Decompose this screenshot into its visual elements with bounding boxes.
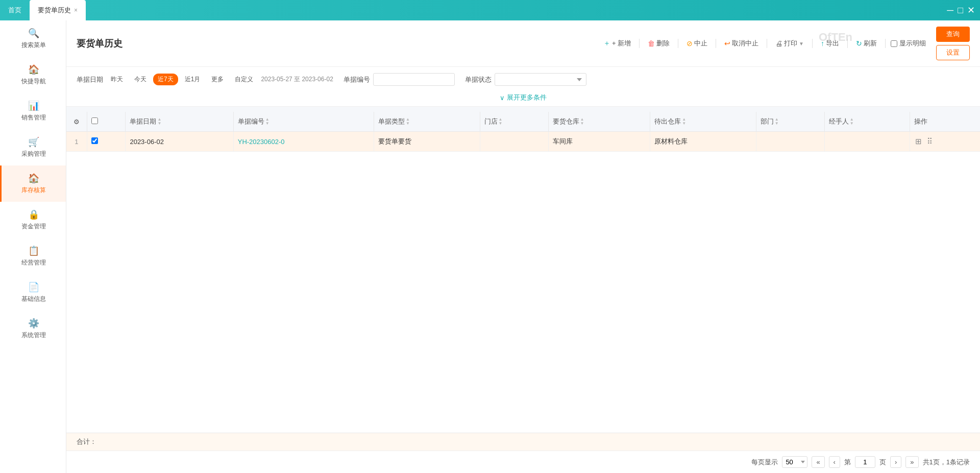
col-store-sort[interactable]: ▲▼ bbox=[499, 117, 503, 126]
sidebar-item-sys-mgmt[interactable]: ⚙️ 系统管理 bbox=[0, 311, 66, 347]
cancel-stop-label: 取消中止 bbox=[732, 39, 758, 48]
col-operation-label: 操作 bbox=[914, 117, 927, 125]
col-handler[interactable]: 经手人 ▲▼ bbox=[824, 112, 910, 132]
col-settings[interactable]: ⚙ bbox=[66, 112, 87, 132]
refresh-button[interactable]: ↻ 刷新 bbox=[853, 37, 880, 50]
table-header-row: ⚙ 单据日期 ▲▼ 单据编号 ▲▼ bbox=[66, 112, 980, 132]
col-req-warehouse-label: 要货仓库 bbox=[553, 117, 579, 126]
stop-button[interactable]: ⊘ 中止 bbox=[683, 37, 710, 50]
row-select-checkbox[interactable] bbox=[91, 137, 98, 144]
prev-page-button[interactable]: ‹ bbox=[829, 456, 840, 468]
export-button[interactable]: ↑ 导出 bbox=[818, 37, 842, 50]
col-pending-warehouse[interactable]: 待出仓库 ▲▼ bbox=[650, 112, 756, 132]
add-icon: ＋ bbox=[603, 39, 610, 48]
sidebar-item-sales-mgmt[interactable]: 📊 销售管理 bbox=[0, 93, 66, 129]
date-btn-today[interactable]: 今天 bbox=[130, 74, 151, 85]
tab-active[interactable]: 要货单历史 × bbox=[30, 0, 86, 20]
col-dept[interactable]: 部门 ▲▼ bbox=[756, 112, 824, 132]
col-doctype-label: 单据类型 bbox=[378, 117, 405, 126]
filter-docno: 单据编号 bbox=[344, 73, 455, 86]
col-checkbox bbox=[87, 112, 126, 132]
add-label: + 新增 bbox=[612, 39, 631, 48]
settings-button[interactable]: 设置 bbox=[936, 45, 970, 60]
row-doctype: 要货单要货 bbox=[374, 132, 480, 152]
delete-icon: 🗑 bbox=[648, 39, 655, 48]
window-controls: ─ □ ✕ bbox=[947, 5, 980, 16]
add-button[interactable]: ＋ + 新增 bbox=[600, 37, 634, 50]
minimize-icon[interactable]: ─ bbox=[947, 5, 953, 16]
next-page-button[interactable]: › bbox=[890, 456, 901, 468]
sidebar-item-finance-mgmt[interactable]: 🔒 资金管理 bbox=[0, 202, 66, 238]
col-req-warehouse-sort[interactable]: ▲▼ bbox=[580, 117, 584, 126]
sidebar-item-quick-nav[interactable]: 🏠 快捷导航 bbox=[0, 57, 66, 93]
print-button[interactable]: 🖨 打印 ▼ bbox=[772, 37, 807, 50]
tab-home[interactable]: 首页 bbox=[0, 0, 30, 20]
ops-mgmt-icon: 📋 bbox=[28, 245, 39, 256]
col-dept-sort[interactable]: ▲▼ bbox=[775, 117, 779, 126]
page-number-input[interactable] bbox=[855, 456, 875, 468]
row-docno-link[interactable]: YH-20230602-0 bbox=[238, 138, 285, 146]
expand-more-btn[interactable]: ∨ 展开更多条件 bbox=[77, 91, 970, 106]
row-pending-warehouse: 原材料仓库 bbox=[650, 132, 756, 152]
tab-close-icon[interactable]: × bbox=[74, 7, 78, 14]
col-docno-label: 单据编号 bbox=[238, 117, 264, 126]
query-button[interactable]: 查询 bbox=[936, 27, 970, 42]
select-all-checkbox[interactable] bbox=[91, 117, 98, 124]
filter-date-label: 单据日期 bbox=[77, 75, 103, 84]
col-pending-warehouse-sort[interactable]: ▲▼ bbox=[682, 117, 686, 126]
sidebar-item-label-finance: 资金管理 bbox=[21, 222, 46, 231]
first-page-button[interactable]: « bbox=[812, 456, 824, 468]
page-size-select[interactable]: 20 50 100 200 bbox=[782, 456, 807, 468]
col-req-warehouse[interactable]: 要货仓库 ▲▼ bbox=[548, 112, 650, 132]
sidebar: 🔍 搜索菜单 🏠 快捷导航 📊 销售管理 🛒 采购管理 🏠 库存核算 🔒 资金管… bbox=[0, 20, 66, 473]
filter-status-select[interactable] bbox=[495, 73, 586, 86]
filter-status-label: 单据状态 bbox=[465, 75, 492, 84]
last-page-button[interactable]: » bbox=[905, 456, 918, 468]
delete-button[interactable]: 🗑 删除 bbox=[645, 37, 673, 50]
top-nav: 首页 要货单历史 × ─ □ ✕ bbox=[0, 0, 980, 20]
toolbar: ＋ + 新增 🗑 删除 ⊘ 中止 ↩ 取消中止 bbox=[600, 27, 970, 60]
delete-label: 删除 bbox=[656, 39, 670, 48]
col-docno[interactable]: 单据编号 ▲▼ bbox=[233, 112, 374, 132]
row-store bbox=[480, 132, 548, 152]
sidebar-item-label-sys: 系统管理 bbox=[21, 331, 46, 340]
sidebar-item-basic-info[interactable]: 📄 基础信息 bbox=[0, 274, 66, 311]
tab-home-label: 首页 bbox=[8, 6, 21, 15]
sales-mgmt-icon: 📊 bbox=[28, 100, 39, 111]
col-doctype[interactable]: 单据类型 ▲▼ bbox=[374, 112, 480, 132]
close-window-icon[interactable]: ✕ bbox=[967, 5, 975, 16]
sidebar-item-purchase-mgmt[interactable]: 🛒 采购管理 bbox=[0, 129, 66, 165]
row-more-icon[interactable]: ⠿ bbox=[926, 136, 934, 147]
row-edit-icon[interactable]: ⊞ bbox=[914, 136, 923, 147]
page-title: 要货单历史 bbox=[77, 37, 600, 50]
col-date-sort[interactable]: ▲▼ bbox=[157, 117, 161, 126]
sys-mgmt-icon: ⚙️ bbox=[28, 318, 39, 329]
col-docno-sort[interactable]: ▲▼ bbox=[265, 117, 270, 126]
filter-docno-input[interactable] bbox=[373, 73, 455, 86]
print-dropdown-icon[interactable]: ▼ bbox=[799, 41, 804, 46]
refresh-icon: ↻ bbox=[856, 39, 862, 48]
maximize-icon[interactable]: □ bbox=[958, 5, 963, 16]
summary-label: 合计： bbox=[77, 437, 96, 446]
col-store[interactable]: 门店 ▲▼ bbox=[480, 112, 548, 132]
date-btn-more[interactable]: 更多 bbox=[207, 74, 228, 85]
table-row[interactable]: 1 2023-06-02 YH-20230602-0 要货单要货 车间库 原材料… bbox=[66, 132, 980, 152]
col-doctype-sort[interactable]: ▲▼ bbox=[406, 117, 410, 126]
search-menu-icon: 🔍 bbox=[28, 28, 39, 39]
show-detail-check[interactable] bbox=[891, 40, 897, 47]
date-btn-yesterday[interactable]: 昨天 bbox=[106, 74, 128, 85]
sidebar-item-ops-mgmt[interactable]: 📋 经营管理 bbox=[0, 238, 66, 274]
sidebar-item-search-menu[interactable]: 🔍 搜索菜单 bbox=[0, 20, 66, 57]
col-handler-sort[interactable]: ▲▼ bbox=[850, 117, 854, 126]
date-btn-1month[interactable]: 近1月 bbox=[180, 74, 205, 85]
date-btn-custom[interactable]: 自定义 bbox=[230, 74, 258, 85]
date-btn-7days[interactable]: 近7天 bbox=[153, 74, 178, 85]
col-date[interactable]: 单据日期 ▲▼ bbox=[126, 112, 233, 132]
total-info: 共1页，1条记录 bbox=[923, 458, 970, 467]
show-detail-checkbox[interactable]: 显示明细 bbox=[891, 39, 926, 48]
pagination: 每页显示 20 50 100 200 « ‹ 第 页 › » 共1页，1条记录 bbox=[66, 451, 980, 473]
cancel-stop-button[interactable]: ↩ 取消中止 bbox=[721, 37, 762, 50]
row-dept bbox=[756, 132, 824, 152]
sidebar-item-inventory[interactable]: 🏠 库存核算 bbox=[0, 165, 66, 202]
main-layout: 🔍 搜索菜单 🏠 快捷导航 📊 销售管理 🛒 采购管理 🏠 库存核算 🔒 资金管… bbox=[0, 20, 980, 473]
